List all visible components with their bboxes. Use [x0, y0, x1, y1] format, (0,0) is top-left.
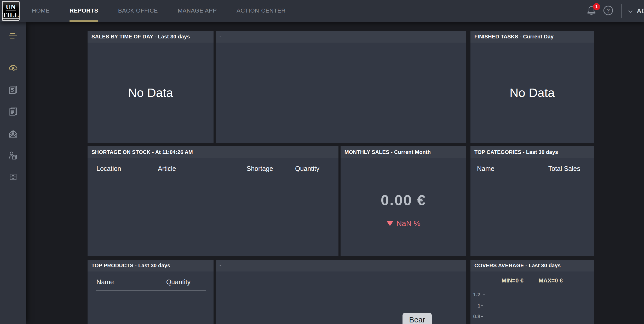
sidebar-menu-button[interactable]	[8, 31, 18, 42]
column-header-quantity: Quantity	[295, 165, 319, 172]
card-top-categories: TOP CATEGORIES - Last 30 days Name Total…	[470, 146, 594, 256]
menu-icon	[7, 31, 19, 42]
card-title: SHORTAGE ON STOCK - At 11:04:26 AM	[88, 146, 338, 158]
drawers-icon	[8, 172, 18, 183]
decrease-triangle-icon	[387, 221, 393, 226]
table-header-divider	[96, 290, 206, 291]
card-covers-average: COVERS AVERAGE - Last 30 days MIN=0 € MA…	[470, 260, 594, 324]
card-title: MONTHLY SALES - Current Month	[341, 146, 466, 158]
y-axis-line	[483, 294, 483, 324]
untill-logo[interactable]: UN TILL	[2, 1, 20, 21]
nav-manage-app[interactable]: MANAGE APP	[178, 0, 217, 22]
card-shortage-on-stock: SHORTAGE ON STOCK - At 11:04:26 AM Locat…	[88, 146, 338, 256]
y-axis-tick	[481, 316, 483, 317]
sidebar-item-documents[interactable]	[8, 107, 18, 117]
column-header-shortage: Shortage	[247, 165, 273, 172]
topbar: UN TILL HOME REPORTS BACK OFFICE MANAGE …	[0, 0, 644, 22]
nav-reports[interactable]: REPORTS	[70, 0, 98, 22]
notification-badge: 1	[593, 3, 600, 10]
user-label: AD	[637, 7, 644, 15]
card-finished-tasks: FINISHED TASKS - Current Day No Data	[470, 31, 594, 143]
notifications-button[interactable]: 1	[585, 5, 597, 17]
documents-icon	[8, 106, 18, 118]
dashboard-icon	[8, 62, 18, 74]
svg-text:?: ?	[606, 7, 610, 14]
chevron-down-icon	[628, 7, 633, 15]
sidebar-item-clients[interactable]	[8, 151, 18, 161]
sidebar-item-dashboard[interactable]	[8, 63, 18, 73]
table-header-divider	[476, 177, 586, 177]
sidebar-item-messages[interactable]	[8, 129, 18, 140]
y-axis-top-tick	[483, 294, 485, 294]
logo-line2: TILL	[2, 11, 19, 19]
main-nav: HOME REPORTS BACK OFFICE MANAGE APP ACTI…	[32, 0, 286, 22]
card-sales-by-time: SALES BY TIME OF DAY - Last 30 days No D…	[88, 31, 214, 143]
delta-text: NaN %	[396, 219, 421, 228]
bell-icon	[585, 14, 597, 18]
sidebar-item-sales-reports[interactable]	[8, 85, 18, 96]
card-title: -	[216, 31, 466, 43]
help-button[interactable]: ?	[603, 5, 614, 17]
y-tick-0.8: 0.8	[470, 314, 480, 319]
minmax-labels: MIN=0 € MAX=0 €	[470, 277, 594, 284]
card-top-products: TOP PRODUCTS - Last 30 days Name Quantit…	[88, 260, 214, 324]
user-menu[interactable]: AD	[628, 7, 644, 15]
nav-home[interactable]: HOME	[32, 0, 50, 22]
monthly-sales-value: 0.00 €	[381, 192, 426, 208]
topbar-right: 1 ? AD	[585, 0, 644, 22]
card-untitled-bottom: - Bear	[216, 260, 466, 324]
sidebar	[0, 22, 26, 324]
nav-action-center[interactable]: ACTION-CENTER	[237, 0, 285, 22]
max-label: MAX=0 €	[539, 277, 563, 284]
y-tick-1.2: 1.2	[470, 292, 480, 297]
card-title: TOP CATEGORIES - Last 30 days	[470, 146, 594, 158]
card-title: COVERS AVERAGE - Last 30 days	[470, 260, 594, 271]
card-title: SALES BY TIME OF DAY - Last 30 days	[88, 31, 214, 43]
clients-icon	[8, 150, 18, 162]
card-title: FINISHED TASKS - Current Day	[470, 31, 594, 43]
no-data-text: No Data	[470, 43, 594, 143]
min-label: MIN=0 €	[502, 277, 524, 284]
card-untitled-top: -	[216, 31, 466, 143]
help-icon: ?	[603, 5, 614, 17]
column-header-quantity: Quantity	[166, 278, 191, 286]
logo-line1: UN	[6, 3, 16, 11]
y-axis-tick	[481, 305, 483, 306]
column-header-name: Name	[96, 278, 114, 286]
card-title: -	[216, 260, 466, 271]
y-tick-1: 1	[470, 303, 480, 308]
column-header-location: Location	[96, 165, 121, 172]
column-header-name: Name	[477, 165, 494, 172]
monthly-sales-delta: NaN %	[387, 219, 421, 228]
table-header-divider	[96, 177, 332, 177]
column-header-article: Article	[158, 165, 176, 172]
chart-tooltip: Bear	[402, 313, 432, 324]
no-data-text: No Data	[88, 43, 214, 143]
sidebar-item-storage[interactable]	[8, 172, 18, 183]
column-header-total-sales: Total Sales	[548, 165, 580, 172]
sales-report-icon	[8, 85, 18, 96]
nav-back-office[interactable]: BACK OFFICE	[118, 0, 158, 22]
topbar-divider	[621, 4, 622, 18]
envelope-icon	[8, 129, 18, 140]
card-title: TOP PRODUCTS - Last 30 days	[88, 260, 214, 271]
card-monthly-sales: MONTHLY SALES - Current Month 0.00 € NaN…	[341, 146, 466, 256]
